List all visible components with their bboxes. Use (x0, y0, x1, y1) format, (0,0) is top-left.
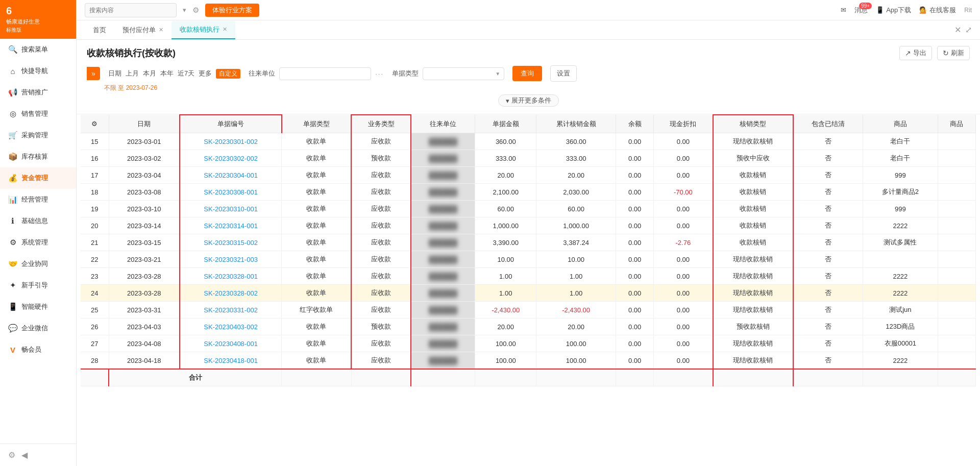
header-gear-icon[interactable]: ⚙ (192, 6, 199, 15)
doc-no-link[interactable]: SK-20230310-001 (204, 205, 258, 213)
filter-setting-button[interactable]: 设置 (550, 65, 577, 82)
app-download-item[interactable]: 📱 App下载 (876, 6, 911, 15)
user-name[interactable]: Rit (964, 7, 972, 14)
sidebar-item-search[interactable]: 🔍 搜索菜单 (0, 39, 76, 60)
filter-expand-row: ▾ 展开更多条件 (87, 92, 970, 109)
table-cell[interactable]: SK-20230418-001 (180, 352, 282, 370)
date-more[interactable]: 更多 (199, 69, 212, 78)
doc-no-link[interactable]: SK-20230331-002 (204, 306, 258, 314)
tab-collection-close[interactable]: ✕ (223, 26, 227, 33)
operations-icon: 📊 (8, 195, 17, 204)
sidebar-item-wechat[interactable]: 💬 企业微信 (0, 317, 76, 339)
sidebar-item-member[interactable]: V 畅会员 (0, 339, 76, 360)
online-service-item[interactable]: 💁 在线客服 (919, 6, 956, 15)
expand-more-button[interactable]: ▾ 展开更多条件 (498, 94, 559, 107)
messages-item[interactable]: ✉ 消息 99+ (841, 6, 868, 15)
sidebar-item-system[interactable]: ⚙ 系统管理 (0, 232, 76, 253)
voucher-type-select[interactable] (423, 67, 504, 80)
table-cell[interactable]: SK-20230308-001 (180, 184, 282, 201)
sidebar-item-enterprise[interactable]: 🤝 企业协同 (0, 253, 76, 275)
table-cell[interactable]: SK-20230331-002 (180, 302, 282, 318)
message-icon: ✉ (841, 6, 846, 14)
settings-icon[interactable]: ⚙ (8, 450, 15, 460)
tab-close-all-icon[interactable]: ✕ (954, 25, 961, 35)
sidebar-item-guide[interactable]: ✦ 新手引导 (0, 275, 76, 296)
doc-no-link[interactable]: SK-20230328-001 (204, 273, 258, 280)
date-this-month[interactable]: 本月 (143, 69, 156, 78)
table-container[interactable]: ⚙ 日期 单据编号 单据类型 业务类型 往来单位 单据金额 累计核销金额 余额 … (77, 114, 980, 466)
date-7-days[interactable]: 近7天 (178, 69, 194, 78)
sidebar-item-sales[interactable]: ◎ 销售管理 (0, 103, 76, 125)
doc-no-link[interactable]: SK-20230403-002 (204, 323, 258, 331)
table-cell (863, 251, 938, 268)
tab-prepay-close[interactable]: ✕ (159, 27, 163, 33)
table-cell[interactable]: SK-20230302-002 (180, 150, 282, 167)
home-icon: ⌂ (8, 67, 17, 76)
doc-no-link[interactable]: SK-20230314-001 (204, 222, 258, 230)
table-cell[interactable]: SK-20230403-002 (180, 318, 282, 335)
table-cell (938, 335, 975, 352)
sidebar-item-basic[interactable]: ℹ 基础信息 (0, 210, 76, 232)
doc-no-link[interactable]: SK-20230321-003 (204, 256, 258, 263)
header-search-input[interactable] (85, 3, 177, 17)
doc-no-link[interactable]: SK-20230315-002 (204, 239, 258, 247)
expand-more-icon: ▾ (506, 97, 509, 105)
tab-expand-icon[interactable]: ⤢ (965, 25, 972, 35)
table-cell: 60.00 (475, 201, 536, 217)
table-cell[interactable]: SK-20230321-003 (180, 251, 282, 268)
doc-no-link[interactable]: SK-20230408-001 (204, 340, 258, 348)
doc-no-link[interactable]: SK-20230418-001 (204, 357, 258, 364)
header-dropdown-arrow[interactable]: ▾ (183, 6, 186, 14)
table-cell[interactable]: SK-20230328-002 (180, 285, 282, 302)
partner-dots[interactable]: ··· (375, 70, 384, 78)
table-cell (938, 251, 975, 268)
table-cell[interactable]: SK-20230310-001 (180, 201, 282, 217)
tab-collection[interactable]: 收款核销执行 ✕ (172, 21, 235, 39)
date-this-year[interactable]: 本年 (160, 69, 174, 78)
table-cell[interactable]: SK-20230301-002 (180, 133, 282, 150)
sidebar-item-label: 采购管理 (21, 131, 48, 140)
table-cell[interactable]: SK-20230328-001 (180, 268, 282, 285)
doc-no-link[interactable]: SK-20230304-001 (204, 171, 258, 179)
th-gear[interactable]: ⚙ (81, 115, 109, 133)
date-custom[interactable]: 自定义 (216, 69, 240, 79)
doc-no-link[interactable]: SK-20230308-001 (204, 188, 258, 196)
footer-label: 合计 (109, 369, 282, 386)
table-cell[interactable]: SK-20230314-001 (180, 217, 282, 234)
tab-home[interactable]: 首页 (85, 21, 114, 39)
export-button[interactable]: ↗ 导出 (899, 46, 932, 60)
query-button[interactable]: 查询 (512, 66, 542, 81)
sidebar-item-marketing[interactable]: 📢 营销推广 (0, 82, 76, 103)
date-last-month[interactable]: 上月 (126, 69, 139, 78)
sidebar-item-operations[interactable]: 📊 经营管理 (0, 189, 76, 210)
th-doc-no: 单据编号 (180, 115, 282, 133)
doc-no-link[interactable]: SK-20230328-002 (204, 289, 258, 297)
sidebar-item-hardware[interactable]: 📱 智能硬件 (0, 296, 76, 317)
gear-icon: ⚙ (91, 120, 97, 128)
partner-input[interactable] (279, 67, 371, 80)
doc-no-link[interactable]: SK-20230302-002 (204, 155, 258, 162)
table-cell: 0.00 (654, 201, 713, 217)
sidebar-item-nav[interactable]: ⌂ 快捷导航 (0, 60, 76, 82)
data-table: ⚙ 日期 单据编号 单据类型 业务类型 往来单位 单据金额 累计核销金额 余额 … (81, 114, 976, 386)
table-cell[interactable]: SK-20230408-001 (180, 335, 282, 352)
table-cell[interactable]: SK-20230304-001 (180, 167, 282, 184)
sidebar-item-finance[interactable]: 💰 资金管理 (0, 167, 76, 189)
table-cell: 20 (81, 217, 109, 234)
filter-partner-group: 往来单位 ··· (249, 67, 384, 80)
filter-expand-button[interactable]: » (87, 67, 100, 80)
tab-prepay[interactable]: 预付应付单 ✕ (114, 21, 172, 39)
table-cell: 2023-03-14 (109, 217, 180, 234)
th-balance: 余额 (616, 115, 654, 133)
sidebar-item-purchase[interactable]: 🛒 采购管理 (0, 125, 76, 146)
th-include-settled: 包含已结清 (793, 115, 863, 133)
table-cell: 收款核销 (713, 201, 794, 217)
industry-solution-button[interactable]: 体验行业方案 (205, 4, 259, 17)
doc-no-link[interactable]: SK-20230301-002 (204, 138, 258, 145)
table-cell: 测试多属性 (863, 234, 938, 251)
table-row: 192023-03-10SK-20230310-001收款单应收款██████6… (81, 201, 976, 217)
collapse-icon[interactable]: ◀ (21, 450, 28, 460)
sidebar-item-inventory[interactable]: 📦 库存核算 (0, 146, 76, 167)
table-cell[interactable]: SK-20230315-002 (180, 234, 282, 251)
refresh-button[interactable]: ↻ 刷新 (937, 46, 970, 60)
